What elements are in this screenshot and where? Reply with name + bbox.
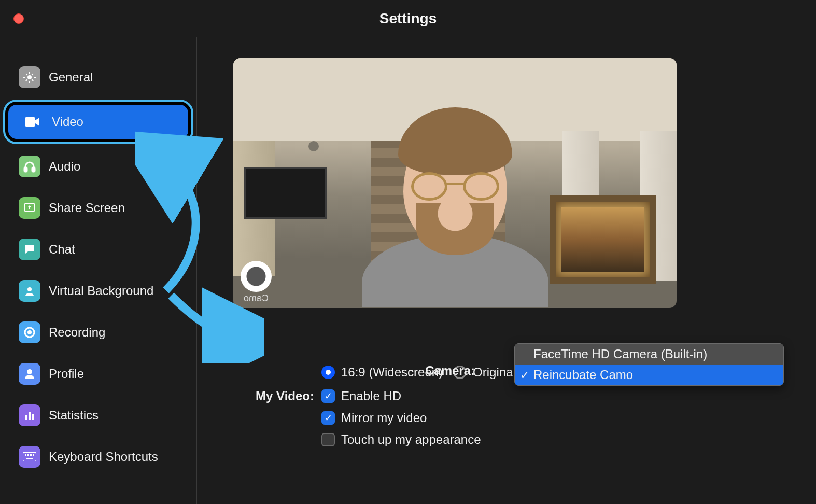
- sidebar-item-label: Chat: [49, 242, 75, 257]
- svg-point-7: [27, 330, 32, 334]
- svg-rect-12: [23, 452, 36, 461]
- sidebar-item-virtual-background[interactable]: Virtual Background: [5, 274, 191, 308]
- virtual-background-icon: [19, 280, 40, 302]
- sidebar-item-keyboard-shortcuts[interactable]: Keyboard Shortcuts: [5, 440, 191, 474]
- sidebar-item-share-screen[interactable]: Share Screen: [5, 191, 191, 225]
- svg-rect-14: [27, 454, 29, 456]
- sidebar-item-label: General: [49, 70, 93, 85]
- camera-option-facetime[interactable]: FaceTime HD Camera (Built-in): [515, 344, 783, 365]
- camo-logo-icon: [241, 261, 272, 292]
- statistics-icon: [19, 404, 40, 426]
- titlebar: Settings: [0, 0, 816, 37]
- svg-point-0: [27, 75, 32, 79]
- camera-label: Camera:: [425, 363, 475, 378]
- sidebar-item-label: Statistics: [49, 408, 99, 423]
- gear-icon: [19, 66, 40, 88]
- checkbox-icon: ✓: [321, 411, 335, 425]
- svg-rect-11: [32, 414, 34, 420]
- checkbox-label: Touch up my appearance: [341, 432, 481, 447]
- svg-rect-3: [32, 167, 35, 172]
- keyboard-icon: [19, 446, 40, 468]
- sidebar-item-chat[interactable]: Chat: [5, 232, 191, 267]
- profile-icon: [19, 363, 40, 385]
- video-camera-icon: [22, 111, 44, 133]
- headphones-icon: [19, 156, 40, 177]
- settings-sidebar: General Video Audio Share Screen: [0, 37, 197, 504]
- enable-hd-checkbox[interactable]: ✓ Enable HD: [321, 389, 401, 403]
- sidebar-item-general[interactable]: General: [5, 60, 191, 94]
- svg-rect-9: [25, 415, 27, 420]
- sidebar-item-label: Audio: [49, 159, 80, 174]
- checkbox-icon: ✓: [321, 389, 335, 403]
- camera-option-reincubate-camo[interactable]: ✓ Reincubate Camo: [515, 365, 783, 385]
- checkbox-icon: [321, 433, 335, 446]
- radio-icon: [321, 366, 335, 379]
- checkbox-label: Mirror my video: [341, 411, 427, 425]
- sidebar-item-audio[interactable]: Audio: [5, 149, 191, 184]
- sidebar-item-profile[interactable]: Profile: [5, 357, 191, 391]
- video-preview: Camo: [233, 58, 677, 308]
- sidebar-item-label: Share Screen: [49, 201, 125, 215]
- svg-rect-17: [26, 458, 33, 459]
- sidebar-item-label: Recording: [49, 325, 105, 340]
- svg-point-8: [27, 369, 32, 374]
- svg-rect-13: [25, 454, 26, 456]
- sidebar-item-label: Profile: [49, 367, 84, 381]
- dropdown-option-label: FaceTime HD Camera (Built-in): [533, 347, 707, 361]
- svg-rect-10: [29, 412, 31, 420]
- chat-icon: [19, 239, 40, 260]
- dropdown-option-label: Reincubate Camo: [533, 368, 633, 382]
- window-close-button[interactable]: [13, 13, 24, 24]
- checkbox-label: Enable HD: [341, 389, 401, 403]
- svg-rect-2: [24, 167, 27, 172]
- my-video-label: My Video:: [233, 389, 314, 403]
- share-screen-icon: [19, 197, 40, 219]
- sidebar-item-label: Keyboard Shortcuts: [49, 450, 158, 464]
- checkmark-icon: ✓: [520, 369, 529, 382]
- sidebar-item-statistics[interactable]: Statistics: [5, 398, 191, 432]
- camera-select-dropdown[interactable]: FaceTime HD Camera (Built-in) ✓ Reincuba…: [514, 343, 784, 386]
- video-settings-panel: Camo Camera: FaceTime HD Camera (Built-i…: [197, 37, 816, 504]
- sidebar-item-label: Video: [52, 115, 83, 129]
- window-title: Settings: [0, 10, 816, 27]
- mirror-video-checkbox[interactable]: ✓ Mirror my video: [321, 411, 427, 425]
- svg-rect-1: [25, 117, 35, 127]
- svg-point-5: [27, 287, 32, 291]
- sidebar-item-video[interactable]: Video: [5, 102, 191, 142]
- camo-watermark: Camo: [241, 261, 272, 304]
- sidebar-item-recording[interactable]: Recording: [5, 315, 191, 349]
- svg-rect-15: [30, 454, 32, 456]
- touch-up-appearance-checkbox[interactable]: Touch up my appearance: [321, 432, 481, 447]
- aspect-ratio-widescreen-radio[interactable]: 16:9 (Widescreen): [321, 365, 443, 380]
- svg-rect-16: [33, 454, 34, 456]
- record-icon: [19, 321, 40, 343]
- sidebar-item-label: Virtual Background: [49, 284, 153, 298]
